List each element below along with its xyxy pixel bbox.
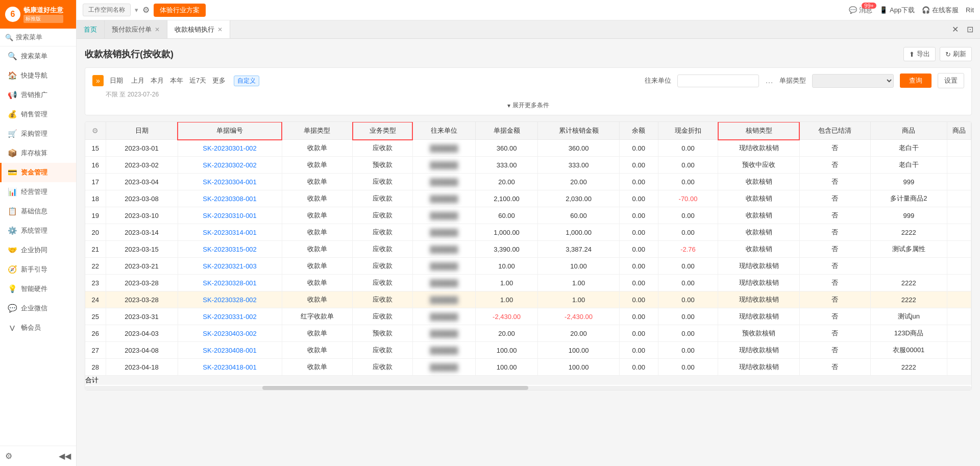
custom-date-btn[interactable]: 自定义 [234,76,259,86]
cell-amount: 1,000.00 [475,224,537,241]
more-options-icon[interactable]: … [765,76,773,85]
voucher-link[interactable]: SK-20230301-002 [203,144,257,152]
cell-biz-type: 应收款 [353,241,413,258]
cell-voucher: SK-20230310-001 [178,207,282,224]
cell-goods1: 2222 [870,291,947,308]
settings-icon[interactable]: ⚙ [5,451,12,461]
voucher-link[interactable]: SK-20230304-001 [203,178,257,186]
cell-voucher: SK-20230308-001 [178,190,282,207]
user-avatar[interactable]: Rit [966,6,974,14]
sidebar-item-purchase[interactable]: 🛒采购管理 [0,124,76,143]
th-voucher-type: 单据类型 [282,122,353,140]
sidebar-search[interactable]: 🔍 搜索菜单 [0,29,76,46]
cell-balance: 0.00 [619,291,658,308]
th-biz-type: 业务类型 [353,122,413,140]
cell-amount: 333.00 [475,157,537,174]
workspace-name[interactable]: 工作空间名称 [83,4,131,16]
more-date-btn[interactable]: 更多 [210,75,228,86]
this-month-btn[interactable]: 本月 [149,75,166,86]
query-button[interactable]: 查询 [900,73,932,88]
this-year-btn[interactable]: 本年 [168,75,185,86]
sidebar-item-finance[interactable]: 💳资金管理 [0,163,76,182]
voucher-link[interactable]: SK-20230302-002 [203,161,257,169]
cell-included: 否 [799,190,870,207]
scrollbar-thumb[interactable] [262,386,528,390]
voucher-link[interactable]: SK-20230310-001 [203,212,257,219]
tabbar-actions: ✕ ⊡ [949,23,980,35]
gear-icon[interactable]: ⚙ [142,5,150,15]
tab-home[interactable]: 首页 [77,20,105,38]
tab-receipt[interactable]: 收款核销执行 ✕ [167,20,230,38]
sidebar-item-corp[interactable]: 🤝企业协同 [0,240,76,260]
page-header: 收款核销执行(按收款) ⬆ 导出 ↻ 刷新 [85,47,972,61]
sidebar-item-vip[interactable]: V畅会员 [0,318,76,337]
sidebar-item-guide[interactable]: 🧭新手引导 [0,260,76,279]
cell-partner: ██████ [412,157,475,174]
sidebar-item-system[interactable]: ⚙️系统管理 [0,221,76,240]
voucher-link[interactable]: SK-20230321-003 [203,262,257,270]
tab-receipt-close[interactable]: ✕ [217,26,223,33]
refresh-icon: ↻ [945,51,951,58]
close-window-button[interactable]: ✕ [949,23,961,35]
sidebar-item-quicknav[interactable]: 🏠快捷导航 [0,66,76,85]
guide-icon: 🧭 [8,265,17,274]
sidebar-item-operations[interactable]: 📊经营管理 [0,182,76,202]
voucher-link[interactable]: SK-20230408-001 [203,347,257,354]
voucher-link[interactable]: SK-20230314-001 [203,229,257,236]
tab-bar: 首页 预付款应付单 ✕ 收款核销执行 ✕ ✕ ⊡ [77,20,980,39]
cell-writeoff-type: 收款核销 [718,190,800,207]
voucher-type-select[interactable] [812,74,894,88]
th-balance: 余额 [619,122,658,140]
voucher-link[interactable]: SK-20230328-001 [203,279,257,287]
th-settings[interactable]: ⚙ [85,122,106,140]
sidebar-item-hardware[interactable]: 💡智能硬件 [0,279,76,299]
cell-date: 2023-03-31 [106,308,178,325]
refresh-button[interactable]: ↻ 刷新 [940,47,972,61]
sidebar-item-basic[interactable]: 📋基础信息 [0,202,76,221]
online-service-button[interactable]: 🎧 在线客服 [922,6,959,15]
sidebar-item-sales[interactable]: 💰销售管理 [0,105,76,124]
export-button[interactable]: ⬆ 导出 [903,47,936,61]
voucher-link[interactable]: SK-20230315-002 [203,246,257,253]
cell-no: 23 [85,275,106,291]
sidebar-item-search[interactable]: 🔍搜索菜单 [0,46,76,66]
cell-goods2 [947,258,971,275]
table-row: 19 2023-03-10 SK-20230310-001 收款单 应收款 ██… [85,207,971,224]
app-download-button[interactable]: 📱 App下载 [879,6,915,15]
cell-biz-type: 应收款 [353,308,413,325]
cell-partner: ██████ [412,140,475,157]
last-month-btn[interactable]: 上月 [129,75,146,86]
cell-amount: 20.00 [475,174,537,190]
filter-toggle-button[interactable]: » [92,75,104,86]
marketing-icon: 📢 [8,90,17,100]
voucher-link[interactable]: SK-20230308-001 [203,195,257,203]
vip-icon: V [8,324,17,332]
cell-amount: 1.00 [475,275,537,291]
expand-conditions-row[interactable]: ▾ 展开更多条件 [92,99,964,110]
last-7days-btn[interactable]: 近7天 [187,75,208,86]
voucher-link[interactable]: SK-20230418-001 [203,363,257,371]
voucher-link[interactable]: SK-20230328-002 [203,296,257,304]
collapse-icon[interactable]: ◀◀ [59,451,71,461]
sidebar-item-inventory[interactable]: 📦库存核算 [0,143,76,163]
sidebar-item-wechat[interactable]: 💬企业微信 [0,299,76,318]
cell-amount: 1.00 [475,291,537,308]
cell-goods2 [947,325,971,342]
voucher-link[interactable]: SK-20230331-002 [203,313,257,321]
solution-button[interactable]: 体验行业方案 [154,4,206,17]
cell-voucher: SK-20230301-002 [178,140,282,157]
table-row: 15 2023-03-01 SK-20230301-002 收款单 应收款 ██… [85,140,971,157]
maximize-button[interactable]: ⊡ [964,23,976,35]
cell-writeoff: 1.00 [538,275,620,291]
sidebar-item-marketing[interactable]: 📢营销推广 [0,85,76,105]
partner-input[interactable] [677,75,759,87]
horizontal-scrollbar[interactable] [85,386,971,390]
notification-button[interactable]: 💬 消息 99+ [849,6,872,15]
cell-balance: 0.00 [619,224,658,241]
setting-button[interactable]: 设置 [938,73,964,88]
workspace-chevron[interactable]: ▾ [135,6,138,14]
tab-prepay-close[interactable]: ✕ [155,26,160,33]
cell-included: 否 [799,359,870,376]
voucher-link[interactable]: SK-20230403-002 [203,330,257,337]
tab-prepay[interactable]: 预付款应付单 ✕ [105,20,167,38]
